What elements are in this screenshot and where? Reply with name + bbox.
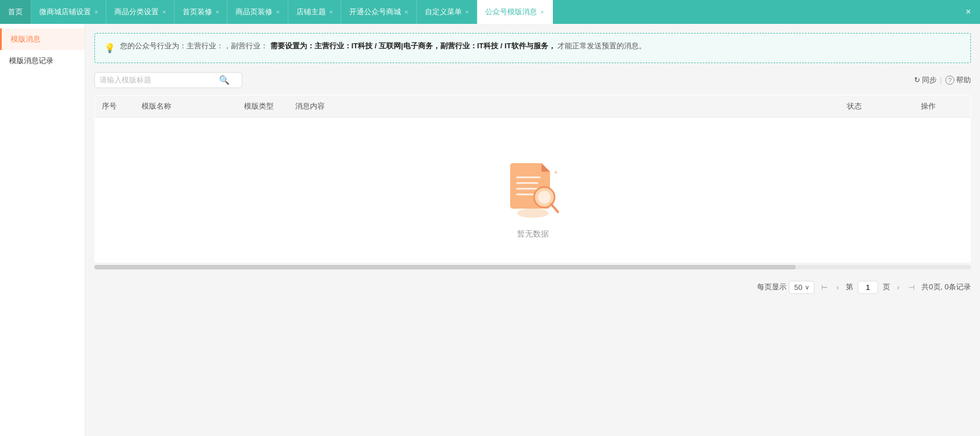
close-icon[interactable]: × [276,9,279,15]
col-action: 操作 [914,95,971,117]
close-icon[interactable]: × [465,9,469,15]
close-icon[interactable]: × [329,9,333,15]
toolbar-divider: | [940,76,942,84]
empty-state: ✦ ✦ 暂无数据 [95,118,970,262]
search-input[interactable] [100,76,219,84]
svg-text:✦: ✦ [509,199,513,204]
tab-category-settings-label: 商品分类设置 [114,7,159,17]
sync-label: 同步 [922,75,937,85]
help-button[interactable]: ? 帮助 [945,75,971,85]
close-icon[interactable]: × [162,9,166,15]
close-all-button[interactable]: × [957,7,980,17]
page-size-dropdown[interactable]: 50 ∨ [789,281,814,294]
close-icon[interactable]: × [540,9,544,15]
table-header-row: 序号 模版名称 模版类型 消息内容 状态 操作 [95,95,971,117]
tab-template-msg[interactable]: 公众号模版消息 × [477,0,552,24]
top-nav: 首页 微商城店铺设置 × 商品分类设置 × 首页装修 × 商品页装修 × 店铺主… [0,0,980,24]
notice-banner: 💡 您的公众号行业为：主营行业：，副营行业： 需要设置为：主营行业：IT科技 /… [94,33,971,63]
next-page-button[interactable]: › [895,282,902,293]
tab-template-msg-label: 公众号模版消息 [485,7,537,17]
svg-text:✦: ✦ [553,169,558,176]
table-scrollbar[interactable] [94,265,971,269]
help-label: 帮助 [956,75,971,85]
search-bar: 🔍 ↻ 同步 | ? 帮助 [94,72,971,88]
prev-page-button[interactable]: ‹ [834,282,841,293]
sync-icon: ↻ [914,76,920,84]
notice-text: 您的公众号行业为：主营行业：，副营行业： 需要设置为：主营行业：IT科技 / 互… [120,40,646,52]
tab-store-settings-label: 微商城店铺设置 [39,7,91,17]
current-page-input[interactable] [858,281,878,294]
svg-point-6 [538,191,551,204]
notice-highlight: 需要设置为：主营行业：IT科技 / 互联网|电子商务，副营行业：IT科技 / I… [270,41,556,50]
notice-prefix: 您的公众号行业为：主营行业：，副营行业： [120,41,268,50]
main-layout: 模版消息 模版消息记录 💡 您的公众号行业为：主营行业：，副营行业： 需要设置为… [0,24,980,436]
toolbar-right: ↻ 同步 | ? 帮助 [914,75,971,85]
help-circle-icon: ? [945,76,954,85]
col-name: 模版名称 [135,95,237,117]
tab-custom-menu[interactable]: 自定义菜单 × [417,0,477,24]
sidebar-item-template-msg-label: 模版消息 [11,35,40,43]
table-body: ✦ ✦ 暂无数据 [95,117,971,262]
page-size-select: 每页显示 50 ∨ [757,281,814,294]
tab-store-settings[interactable]: 微商城店铺设置 × [31,0,106,24]
col-status: 状态 [840,95,914,117]
sidebar-item-template-msg-log-label: 模版消息记录 [9,56,53,65]
total-label: 共0页, 0条记录 [921,282,971,292]
col-seq: 序号 [95,95,135,117]
close-icon[interactable]: × [94,9,98,15]
search-button[interactable]: 🔍 [219,75,230,85]
tab-home[interactable]: 首页 [0,0,31,24]
chevron-down-icon: ∨ [805,284,809,291]
lightbulb-icon: 💡 [104,41,115,56]
sidebar-item-template-msg[interactable]: 模版消息 [0,28,85,50]
empty-icon: ✦ ✦ [499,152,567,220]
last-page-button[interactable]: ⊣ [906,282,917,293]
pagination: 每页显示 50 ∨ ⊢ ‹ 第 页 › ⊣ 共0页, 0条记录 [94,274,971,296]
tab-home-decor-label: 首页装修 [183,7,212,17]
tab-store-theme-label: 店铺主题 [296,7,326,17]
first-page-button[interactable]: ⊢ [819,282,830,293]
col-content: 消息内容 [288,95,840,117]
table-scrollbar-thumb [94,265,796,269]
page-size-value: 50 [794,283,802,292]
table-empty-row: ✦ ✦ 暂无数据 [95,117,971,262]
page-size-label: 每页显示 [757,282,787,292]
notice-suffix: 才能正常发送预置的消息。 [557,41,646,50]
tab-product-decor[interactable]: 商品页装修 × [228,0,288,24]
tab-home-label: 首页 [8,7,23,17]
close-all-icon: × [966,7,971,16]
tab-open-mall[interactable]: 开通公众号商城 × [341,0,416,24]
tab-custom-menu-label: 自定义菜单 [425,7,462,17]
tab-category-settings[interactable]: 商品分类设置 × [106,0,174,24]
close-icon[interactable]: × [404,9,408,15]
empty-text: 暂无数据 [517,229,549,239]
svg-point-0 [517,209,549,218]
tab-open-mall-label: 开通公众号商城 [349,7,401,17]
svg-line-7 [551,204,558,212]
content-area: 💡 您的公众号行业为：主营行业：，副营行业： 需要设置为：主营行业：IT科技 /… [85,24,980,436]
data-table: 序号 模版名称 模版类型 消息内容 状态 操作 [94,95,971,263]
tab-store-theme[interactable]: 店铺主题 × [288,0,341,24]
page-unit-label: 页 [883,282,890,292]
close-icon[interactable]: × [216,9,219,15]
search-input-wrap: 🔍 [94,72,242,88]
sidebar: 模版消息 模版消息记录 [0,24,85,436]
sidebar-item-template-msg-log[interactable]: 模版消息记录 [0,50,85,72]
sync-button[interactable]: ↻ 同步 [914,75,937,85]
tab-product-decor-label: 商品页装修 [235,7,272,17]
search-icon: 🔍 [219,75,230,85]
tab-home-decor[interactable]: 首页装修 × [175,0,228,24]
col-type: 模版类型 [237,95,288,117]
current-page-prefix: 第 [846,282,853,292]
